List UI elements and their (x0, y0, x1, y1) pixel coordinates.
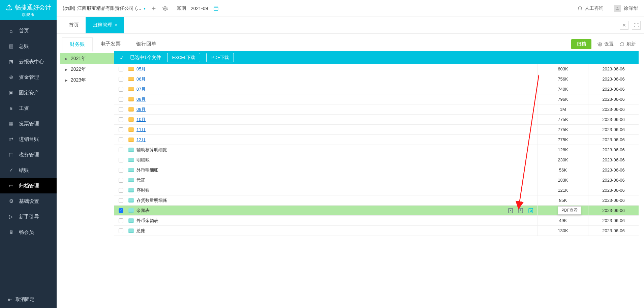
sidebar-item-13[interactable]: ♛畅会员 (0, 224, 57, 240)
file-date: 2023-06-06 (588, 175, 639, 185)
row-checkbox[interactable] (119, 228, 123, 233)
file-name-link[interactable]: 12月 (136, 137, 146, 143)
table-row[interactable]: 凭证183K2023-06-06 (114, 175, 639, 185)
table-row[interactable]: 07月740K2023-06-06 (114, 84, 639, 94)
table-row[interactable]: 05月603K2023-06-06 (114, 64, 639, 74)
row-checkbox[interactable] (119, 87, 123, 92)
file-name-link[interactable]: 07月 (136, 86, 146, 92)
row-checkbox[interactable] (119, 218, 123, 223)
sidebar-item-10[interactable]: ▭归档管理 (0, 178, 57, 193)
nav-label: 固定资产 (19, 90, 39, 96)
file-size: 230K (538, 155, 588, 165)
file-name-link[interactable]: 09月 (136, 106, 146, 113)
row-checkbox[interactable] (119, 188, 123, 193)
page-tab-0[interactable]: 首页 (62, 17, 86, 33)
table-row[interactable]: 08月796K2023-06-06 (114, 94, 639, 104)
company-selector[interactable]: (勿删) 江西服宝精品有限责任公司 (… ▾ (63, 5, 146, 11)
folder-icon (128, 117, 134, 122)
tree-item-0[interactable]: ▶2021年 (60, 53, 114, 64)
avatar-icon (614, 5, 621, 12)
sidebar-item-3[interactable]: ⊚资金管理 (0, 69, 57, 85)
subtab-2[interactable]: 银行回单 (128, 37, 164, 51)
nav-icon: ▦ (8, 121, 14, 127)
file-size: 56K (538, 165, 588, 175)
gear-icon[interactable] (162, 5, 168, 12)
gear-icon (597, 42, 602, 47)
sidebar-item-9[interactable]: ✓结账 (0, 162, 57, 178)
row-checkbox[interactable] (119, 127, 123, 132)
table-row[interactable]: 09月1M2023-06-06 (114, 104, 639, 115)
excel-download-icon[interactable] (507, 207, 514, 214)
sidebar-item-6[interactable]: ▦发票管理 (0, 116, 57, 131)
sidebar-item-7[interactable]: ⇄进销台账 (0, 131, 57, 147)
row-checkbox[interactable] (119, 158, 123, 162)
table-row[interactable]: 存货数量明细账85K2023-06-06 (114, 195, 639, 206)
tree-item-1[interactable]: ▶2022年 (60, 64, 114, 75)
row-checkbox[interactable] (119, 168, 123, 173)
file-name-link[interactable]: 06月 (136, 76, 146, 82)
sidebar-item-4[interactable]: ▣固定资产 (0, 85, 57, 100)
sidebar-item-5[interactable]: ¥工资 (0, 100, 57, 116)
file-name-link[interactable]: 10月 (136, 117, 146, 123)
file-name-link[interactable]: 11月 (136, 127, 146, 133)
row-checkbox[interactable] (119, 137, 123, 142)
excel-download-button[interactable]: EXCEL下载 (167, 53, 201, 62)
settings-button[interactable]: 设置 (597, 41, 614, 47)
table-row[interactable]: 外币明细账56K2023-06-06 (114, 165, 639, 175)
tab-close-all-button[interactable]: ✕ (620, 21, 628, 30)
table-row[interactable]: 明细账230K2023-06-06 (114, 155, 639, 165)
tab-label: 首页 (69, 22, 79, 28)
user-name: 徐泽华 (624, 5, 638, 11)
user-menu[interactable]: 徐泽华 (614, 5, 638, 12)
sidebar-item-12[interactable]: ▷新手引导 (0, 209, 57, 224)
nav-label: 发票管理 (19, 121, 39, 127)
row-checkbox[interactable] (119, 67, 123, 71)
table-row[interactable]: 12月775K2023-06-06 (114, 135, 639, 145)
add-icon[interactable] (150, 5, 157, 12)
row-checkbox[interactable] (119, 198, 123, 203)
pdf-download-button[interactable]: PDF下载 (206, 53, 234, 62)
archive-button[interactable]: 归档 (571, 39, 591, 49)
caret-right-icon: ▶ (65, 78, 68, 83)
file-name-link[interactable]: 08月 (136, 96, 146, 102)
row-checkbox[interactable] (119, 77, 123, 82)
sidebar-item-2[interactable]: ⬔云报表中心 (0, 54, 57, 69)
sidebar-item-0[interactable]: ⌂首页 (0, 23, 57, 38)
sidebar-pin-toggle[interactable]: ⇤ 取消固定 (0, 291, 57, 308)
table-row[interactable]: 外币余额表49K2023-06-06 (114, 216, 639, 226)
consult-link[interactable]: 人工咨询 (577, 5, 604, 11)
sidebar-item-8[interactable]: ⬚税务管理 (0, 147, 57, 162)
file-name: 外币余额表 (136, 218, 158, 224)
file-name-link[interactable]: 05月 (136, 66, 146, 72)
row-checkbox[interactable] (119, 148, 123, 152)
calendar-icon[interactable] (213, 5, 219, 12)
table-row[interactable]: 11月775K2023-06-06 (114, 125, 639, 135)
svg-point-2 (617, 7, 618, 8)
folder-icon (128, 97, 134, 101)
subtab-1[interactable]: 电子发票 (93, 37, 128, 51)
table-row[interactable]: 序时账121K2023-06-06 (114, 185, 639, 195)
row-checkbox[interactable] (119, 97, 123, 102)
refresh-button[interactable]: 刷新 (620, 41, 636, 47)
table-row[interactable]: 辅助核算明细账128K2023-06-06 (114, 145, 639, 155)
sidebar-item-1[interactable]: ▤总账 (0, 38, 57, 54)
file-date: 2023-06-06 (588, 104, 639, 114)
pdf-download-icon[interactable] (517, 207, 524, 214)
row-checkbox[interactable] (119, 178, 123, 183)
page-tab-1[interactable]: 归档管理× (86, 17, 124, 33)
fullscreen-button[interactable]: ⛶ (632, 21, 641, 30)
sidebar-item-11[interactable]: ⚙基础设置 (0, 193, 57, 209)
row-checkbox[interactable]: ✓ (119, 208, 123, 213)
row-checkbox[interactable] (119, 107, 123, 112)
tab-close-icon[interactable]: × (115, 23, 117, 28)
table-row[interactable]: 06月756K2023-06-06 (114, 74, 639, 84)
table-row[interactable]: ✓余额表PDF查看3K2023-06-06 (114, 206, 639, 216)
subtab-0[interactable]: 财务账 (62, 37, 93, 52)
brand-logo[interactable]: 畅捷通好会计 旗舰版 (0, 0, 57, 20)
pdf-view-icon[interactable] (527, 207, 534, 214)
table-row[interactable]: 总账130K2023-06-06 (114, 226, 639, 236)
table-row[interactable]: 10月775K2023-06-06 (114, 115, 639, 125)
tree-item-2[interactable]: ▶2023年 (60, 75, 114, 86)
folder-icon (128, 77, 134, 81)
row-checkbox[interactable] (119, 117, 123, 122)
